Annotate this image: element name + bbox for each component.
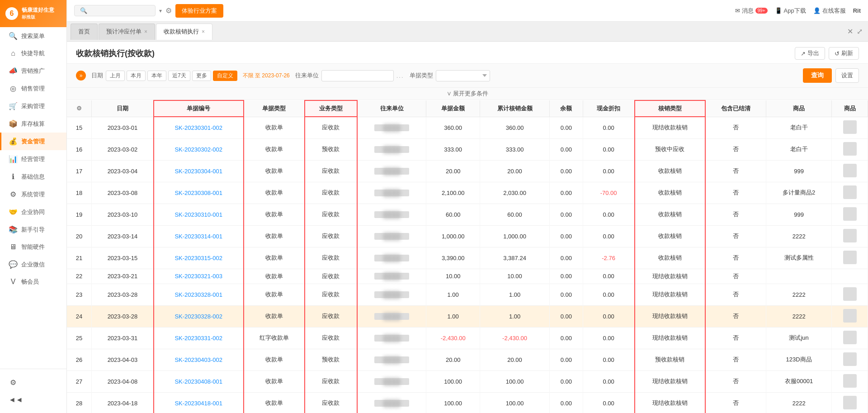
sidebar-collapse-btn[interactable]: ◄◄ xyxy=(0,391,66,408)
table-row[interactable]: 21 2023-03-15 SK-20230315-002 收款单 应收款 ██… xyxy=(67,247,868,269)
table-row[interactable]: 19 2023-03-10 SK-20230310-001 收款单 应收款 ██… xyxy=(67,204,868,225)
sidebar-item-member[interactable]: V 畅会员 xyxy=(0,273,66,290)
cell-include-settled: 否 xyxy=(705,117,766,138)
sidebar-item-finance[interactable]: 💰 资金管理 xyxy=(0,133,66,150)
cell-partner: ████ xyxy=(357,284,426,305)
cell-goods2 xyxy=(832,305,868,327)
expand-more-bar[interactable]: ∨ 展开更多条件 xyxy=(67,88,868,100)
tab-writeoff[interactable]: 收款核销执行 × xyxy=(156,24,212,40)
cell-voucher-no[interactable]: SK-20230302-002 xyxy=(154,138,244,160)
table-row[interactable]: 26 2023-04-03 SK-20230403-002 收款单 预收款 ██… xyxy=(67,349,868,370)
table-row[interactable]: 18 2023-03-08 SK-20230308-001 收款单 应收款 ██… xyxy=(67,182,868,204)
tab-receivable-close[interactable]: × xyxy=(144,28,147,35)
partner-input[interactable] xyxy=(321,70,394,81)
cell-voucher-no[interactable]: SK-20230308-001 xyxy=(154,182,244,204)
cell-voucher-no[interactable]: SK-20230315-002 xyxy=(154,247,244,269)
app-download-action[interactable]: 📱 App下载 xyxy=(775,7,806,15)
cell-voucher-no[interactable]: SK-20230328-001 xyxy=(154,284,244,305)
sidebar-item-purchase[interactable]: 🛒 采购管理 xyxy=(0,97,66,115)
table-row[interactable]: 27 2023-04-08 SK-20230408-001 收款单 应收款 ██… xyxy=(67,370,868,392)
cell-voucher-no[interactable]: SK-20230301-002 xyxy=(154,117,244,138)
cell-writeoff-type: 收款核销 xyxy=(635,225,705,247)
message-action[interactable]: ✉ 消息 99+ xyxy=(735,7,768,15)
voucher-type-select[interactable] xyxy=(436,70,490,81)
table-row[interactable]: 20 2023-03-14 SK-20230314-001 收款单 应收款 ██… xyxy=(67,225,868,247)
col-settings[interactable]: ⚙ xyxy=(67,100,92,117)
search-bar-icon: 🔍 xyxy=(80,7,87,14)
table-row[interactable]: 15 2023-03-01 SK-20230301-002 收款单 应收款 ██… xyxy=(67,117,868,138)
date-btn-custom[interactable]: 自定义 xyxy=(213,71,237,81)
date-btn-last-month[interactable]: 上月 xyxy=(106,71,125,81)
table-row[interactable]: 25 2023-03-31 SK-20230331-002 红字收款单 应收款 … xyxy=(67,327,868,349)
col-biz-type: 业务类型 xyxy=(305,100,357,117)
support-label: 在线客服 xyxy=(822,7,846,15)
cell-partner: ████ xyxy=(357,138,426,160)
sidebar-item-search[interactable]: 🔍 搜索菜单 xyxy=(0,27,66,45)
sidebar-item-wechat[interactable]: 💬 企业微信 xyxy=(0,256,66,273)
tab-home[interactable]: 首页 xyxy=(71,24,98,40)
tab-writeoff-close[interactable]: × xyxy=(202,28,205,35)
cell-cash-discount: 0.00 xyxy=(583,305,635,327)
sidebar-item-system[interactable]: ⚙ 系统管理 xyxy=(0,185,66,203)
sidebar-item-marketing[interactable]: 📣 营销推广 xyxy=(0,62,66,80)
cell-voucher-no[interactable]: SK-20230328-002 xyxy=(154,305,244,327)
cell-goods xyxy=(766,269,831,284)
sidebar-item-shortcuts[interactable]: ⌂ 快捷导航 xyxy=(0,45,66,62)
filter-toggle-btn[interactable]: » xyxy=(76,71,86,81)
table-container[interactable]: ⚙ 日期 单据编号 单据类型 业务类型 往来单位 单据金额 累计核销金额 余额 … xyxy=(67,100,868,413)
cell-voucher-no[interactable]: SK-20230403-002 xyxy=(154,349,244,370)
export-icon: ↗ xyxy=(801,50,806,57)
cell-voucher-no[interactable]: SK-20230314-001 xyxy=(154,225,244,247)
cell-voucher-no[interactable]: SK-20230408-001 xyxy=(154,370,244,392)
sidebar-item-basic[interactable]: ℹ 基础信息 xyxy=(0,168,66,185)
cell-voucher-type: 收款单 xyxy=(244,305,305,327)
header-search-bar[interactable]: 🔍 xyxy=(74,5,156,16)
cell-voucher-no[interactable]: SK-20230304-001 xyxy=(154,160,244,182)
tab-close-all-icon[interactable]: ✕ xyxy=(847,27,853,36)
support-action[interactable]: 👤 在线客服 xyxy=(813,7,846,15)
tab-maximize-icon[interactable]: ⤢ xyxy=(857,27,863,36)
export-button[interactable]: ↗ 导出 xyxy=(795,47,825,60)
sidebar-item-inventory[interactable]: 📦 库存核算 xyxy=(0,115,66,133)
header-gear-icon[interactable]: ⚙ xyxy=(165,6,172,15)
sidebar-item-operations[interactable]: 📊 经营管理 xyxy=(0,150,66,168)
settings-bottom-icon: ⚙ xyxy=(9,378,18,387)
sidebar-item-sales[interactable]: ◎ 销售管理 xyxy=(0,80,66,97)
date-btn-more[interactable]: 更多 xyxy=(192,71,211,81)
date-btn-this-year[interactable]: 本年 xyxy=(147,71,166,81)
date-btn-7days[interactable]: 近7天 xyxy=(168,71,190,81)
cell-partner: ████ xyxy=(357,349,426,370)
cell-writeoff-type: 收款核销 xyxy=(635,247,705,269)
cell-cash-discount: 0.00 xyxy=(583,204,635,225)
cell-voucher-no[interactable]: SK-20230310-001 xyxy=(154,204,244,225)
cell-voucher-no[interactable]: SK-20230321-003 xyxy=(154,269,244,284)
sidebar-item-guide[interactable]: 📚 新手引导 xyxy=(0,221,66,238)
sidebar-settings-btn[interactable]: ⚙ xyxy=(0,374,66,391)
sidebar-item-hardware[interactable]: 🖥 智能硬件 xyxy=(0,238,66,256)
sidebar-item-collab[interactable]: 🤝 企业协同 xyxy=(0,203,66,221)
table-row[interactable]: 16 2023-03-02 SK-20230302-002 收款单 预收款 ██… xyxy=(67,138,868,160)
refresh-button[interactable]: ↺ 刷新 xyxy=(829,47,859,60)
date-btn-this-month[interactable]: 本月 xyxy=(127,71,146,81)
table-row[interactable]: 22 2023-03-21 SK-20230321-003 收款单 应收款 ██… xyxy=(67,269,868,284)
user-profile[interactable]: Rit xyxy=(853,7,861,14)
table-row[interactable]: 23 2023-03-28 SK-20230328-001 收款单 应收款 ██… xyxy=(67,284,868,305)
logo-icon: 6 xyxy=(5,7,18,20)
cell-voucher-no[interactable]: SK-20230418-001 xyxy=(154,392,244,413)
setting-button[interactable]: 设置 xyxy=(835,68,859,83)
cell-writeoff-amount: 20.00 xyxy=(480,160,549,182)
cell-no: 20 xyxy=(67,225,92,247)
cell-goods: 衣服00001 xyxy=(766,370,831,392)
app-icon: 📱 xyxy=(775,7,782,14)
search-dropdown-arrow[interactable]: ▾ xyxy=(159,8,162,14)
industry-btn[interactable]: 体验行业方案 xyxy=(175,4,223,18)
cell-voucher-no[interactable]: SK-20230331-002 xyxy=(154,327,244,349)
tab-receivable[interactable]: 预计冲应付单 × xyxy=(99,24,155,40)
cell-amount: 3,390.00 xyxy=(426,247,480,269)
query-button[interactable]: 查询 xyxy=(803,68,832,83)
table-row[interactable]: 24 2023-03-28 SK-20230328-002 收款单 应收款 ██… xyxy=(67,305,868,327)
table-row[interactable]: 28 2023-04-18 SK-20230418-001 收款单 应收款 ██… xyxy=(67,392,868,413)
table-row[interactable]: 17 2023-03-04 SK-20230304-001 收款单 应收款 ██… xyxy=(67,160,868,182)
cell-partner: ████ xyxy=(357,392,426,413)
page-header: 收款核销执行(按收款) ↗ 导出 ↺ 刷新 xyxy=(67,42,868,64)
